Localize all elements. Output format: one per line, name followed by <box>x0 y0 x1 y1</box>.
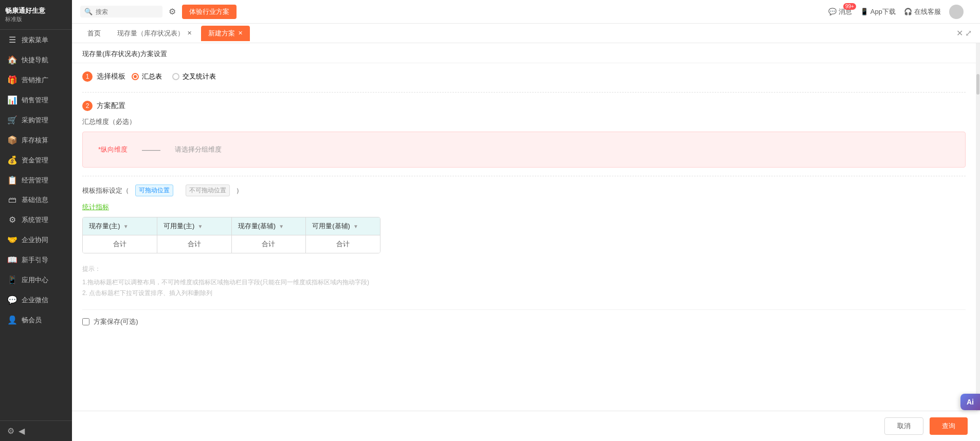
sidebar-item-basic-info[interactable]: 🗃基础信息 <box>0 190 72 210</box>
section-divider-2 <box>82 176 966 176</box>
radio-cross[interactable]: 交叉统计表 <box>172 72 216 81</box>
sidebar-item-wechat[interactable]: 💬企业微信 <box>0 290 72 310</box>
cancel-button[interactable]: 取消 <box>884 417 923 435</box>
sidebar-footer: ⚙ ◀ <box>0 420 72 441</box>
sidebar-nav: ☰搜索菜单🏠快捷导航🎁营销推广📊销售管理🛒采购管理📦库存核算💰资金管理📋经营管理… <box>0 30 72 420</box>
sidebar-item-inventory[interactable]: 📦库存核算 <box>0 130 72 150</box>
search-icon: 🔍 <box>84 8 93 15</box>
basic-info-label: 基础信息 <box>22 195 48 205</box>
message-icon: 💬 <box>828 8 837 15</box>
member-label: 畅会员 <box>22 316 42 325</box>
tip-item-2: 2. 点击标题栏下拉可设置排序、插入列和删除列 <box>82 288 966 299</box>
message-badge-item[interactable]: 💬 消息 99+ <box>828 7 852 16</box>
col4-chevron[interactable]: ▼ <box>353 224 358 229</box>
sidebar-item-app-center[interactable]: 📱应用中心 <box>0 270 72 290</box>
col4-label: 可用量(基辅) <box>312 222 350 231</box>
quick-nav-label: 快捷导航 <box>22 56 48 65</box>
dim-arrow: —— <box>142 144 160 155</box>
marketing-icon: 🎁 <box>7 75 17 85</box>
sidebar-item-system[interactable]: ⚙系统管理 <box>0 210 72 230</box>
sidebar-item-guide[interactable]: 📖新手引导 <box>0 250 72 270</box>
col-header-3: 现存量(基辅) ▼ <box>232 217 306 235</box>
save-option: 方案保存(可选) <box>82 309 966 334</box>
app-center-icon: 📱 <box>7 275 17 285</box>
tab-home[interactable]: 首页 <box>80 26 108 41</box>
sidebar-item-quick-nav[interactable]: 🏠快捷导航 <box>0 50 72 70</box>
col-header-1: 现存量(主) ▼ <box>83 217 157 235</box>
topbar-right: 💬 消息 99+ 📱 App下载 🎧 在线客服 <box>828 5 972 19</box>
tip-item-1: 1.拖动标题栏可以调整布局，不可跨维度或指标区域拖动栏目字段(只能在同一维度或指… <box>82 277 966 288</box>
template-radio-group: 汇总表 交叉统计表 <box>132 72 216 81</box>
scrollbar-thumb <box>976 74 979 95</box>
tab-new-scheme-close-icon[interactable]: ✕ <box>238 30 243 36</box>
cell-1-2: 合计 <box>157 235 232 253</box>
save-checkbox[interactable] <box>82 318 89 325</box>
query-button[interactable]: 查询 <box>930 417 968 435</box>
collapse-icon[interactable]: ◀ <box>19 426 25 436</box>
step1-title: 选择模板 <box>97 72 125 81</box>
main-panel: 现存量(库存状况表)方案设置 1 选择模板 汇总表 <box>72 43 976 441</box>
dim-placeholder: 请选择分组维度 <box>175 145 222 154</box>
col-header-2: 可用量(主) ▼ <box>157 217 232 235</box>
tab-inventory-close-icon[interactable]: ✕ <box>187 30 192 36</box>
footer-buttons: 取消 查询 <box>72 411 980 441</box>
search-menu-label: 搜索菜单 <box>22 35 48 45</box>
col-header-4: 可用量(基辅) ▼ <box>306 217 380 235</box>
movable-badge: 可拖动位置 <box>135 185 173 196</box>
vertical-dim-label: *纵向维度 <box>98 145 128 154</box>
enterprise-label: 企业协同 <box>22 235 48 245</box>
sidebar-item-operations[interactable]: 📋经营管理 <box>0 170 72 190</box>
side-scrollbar[interactable] <box>976 43 980 441</box>
sidebar-item-search-menu[interactable]: ☰搜索菜单 <box>0 30 72 50</box>
sidebar-item-purchase[interactable]: 🛒采购管理 <box>0 110 72 130</box>
close-panel-button[interactable]: ✕ <box>956 28 963 38</box>
wechat-icon: 💬 <box>7 295 17 305</box>
tab-new-scheme[interactable]: 新建方案 ✕ <box>201 26 250 41</box>
radio-summary-dot <box>132 73 139 80</box>
customer-service-item[interactable]: 🎧 在线客服 <box>904 7 941 16</box>
finance-label: 资金管理 <box>22 156 48 165</box>
search-input[interactable] <box>96 8 157 15</box>
inventory-icon: 📦 <box>7 135 17 145</box>
customer-service-label: 在线客服 <box>914 7 941 16</box>
sidebar-item-finance[interactable]: 💰资金管理 <box>0 150 72 170</box>
stats-section-label: 统计指标 <box>82 203 966 212</box>
sidebar-item-enterprise[interactable]: 🤝企业协同 <box>0 230 72 250</box>
app-download-item[interactable]: 📱 App下载 <box>860 7 896 16</box>
enterprise-icon: 🤝 <box>7 235 17 245</box>
avatar[interactable] <box>949 5 964 19</box>
content-area: 现存量(库存状况表)方案设置 1 选择模板 汇总表 <box>72 43 980 441</box>
expand-panel-button[interactable]: ⤢ <box>965 28 972 38</box>
step1-badge: 1 <box>82 71 93 82</box>
fixed-badge: 不可拖动位置 <box>186 185 230 196</box>
gear-icon[interactable]: ⚙ <box>169 7 176 16</box>
ai-fab-button[interactable]: Ai <box>960 394 980 410</box>
guide-label: 新手引导 <box>22 255 48 265</box>
search-box[interactable]: 🔍 <box>80 6 162 17</box>
tabs-bar: 首页 现存量（库存状况表） ✕ 新建方案 ✕ ✕ ⤢ <box>72 24 980 43</box>
sidebar-item-marketing[interactable]: 🎁营销推广 <box>0 70 72 90</box>
settings-icon[interactable]: ⚙ <box>7 426 14 436</box>
col1-chevron[interactable]: ▼ <box>123 224 129 229</box>
col2-chevron[interactable]: ▼ <box>197 224 203 229</box>
stats-table: 现存量(主) ▼ 可用量(主) ▼ 现存量(基辅) ▼ <box>82 217 380 253</box>
tips-section: 提示： 1.拖动标题栏可以调整布局，不可跨维度或指标区域拖动栏目字段(只能在同一… <box>82 264 966 299</box>
sidebar-item-member[interactable]: 👤畅会员 <box>0 310 72 330</box>
col3-chevron[interactable]: ▼ <box>279 224 284 229</box>
tab-inventory-status[interactable]: 现存量（库存状况表） ✕ <box>110 26 199 41</box>
inventory-label: 库存核算 <box>22 136 48 145</box>
guide-icon: 📖 <box>7 255 17 265</box>
col2-label: 可用量(主) <box>164 222 195 231</box>
system-label: 系统管理 <box>22 215 48 225</box>
sidebar-item-sales[interactable]: 📊销售管理 <box>0 90 72 110</box>
industry-solution-button[interactable]: 体验行业方案 <box>182 5 237 19</box>
indicator-header: 模板指标设定（ 可拖动位置 不可拖动位置 ） <box>82 185 966 196</box>
topbar: 🔍 ⚙ 体验行业方案 💬 消息 99+ 📱 App下载 🎧 在线客服 <box>72 0 980 24</box>
dimension-label: 汇总维度（必选） <box>82 117 966 126</box>
marketing-label: 营销推广 <box>22 76 48 85</box>
purchase-label: 采购管理 <box>22 116 48 125</box>
radio-summary[interactable]: 汇总表 <box>132 72 162 81</box>
indicator-settings-suffix: ） <box>236 186 243 195</box>
step1-section: 1 选择模板 汇总表 交叉统计表 <box>82 71 966 82</box>
sales-icon: 📊 <box>7 95 17 105</box>
